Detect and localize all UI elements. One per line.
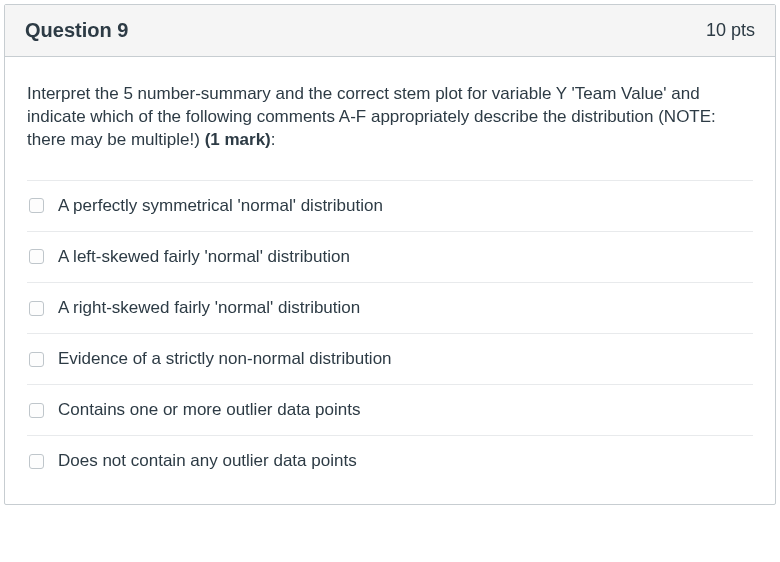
question-body: Interpret the 5 number-summary and the c… bbox=[5, 57, 775, 504]
question-title: Question 9 bbox=[25, 19, 128, 42]
option-row: Does not contain any outlier data points bbox=[27, 435, 753, 486]
question-header: Question 9 10 pts bbox=[5, 5, 775, 57]
question-card: Question 9 10 pts Interpret the 5 number… bbox=[4, 4, 776, 505]
option-row: A perfectly symmetrical 'normal' distrib… bbox=[27, 180, 753, 231]
option-checkbox-a[interactable] bbox=[29, 198, 44, 213]
option-row: Contains one or more outlier data points bbox=[27, 384, 753, 435]
question-points: 10 pts bbox=[706, 20, 755, 41]
option-row: Evidence of a strictly non-normal distri… bbox=[27, 333, 753, 384]
option-row: A right-skewed fairly 'normal' distribut… bbox=[27, 282, 753, 333]
option-label: Does not contain any outlier data points bbox=[58, 450, 357, 472]
option-checkbox-c[interactable] bbox=[29, 301, 44, 316]
option-checkbox-f[interactable] bbox=[29, 454, 44, 469]
option-checkbox-d[interactable] bbox=[29, 352, 44, 367]
prompt-bold: (1 mark) bbox=[205, 130, 271, 149]
prompt-text-before: Interpret the 5 number-summary and the c… bbox=[27, 84, 716, 149]
option-label: A right-skewed fairly 'normal' distribut… bbox=[58, 297, 360, 319]
option-row: A left-skewed fairly 'normal' distributi… bbox=[27, 231, 753, 282]
option-checkbox-e[interactable] bbox=[29, 403, 44, 418]
option-checkbox-b[interactable] bbox=[29, 249, 44, 264]
prompt-text-after: : bbox=[271, 130, 276, 149]
options-list: A perfectly symmetrical 'normal' distrib… bbox=[27, 180, 753, 487]
option-label: Evidence of a strictly non-normal distri… bbox=[58, 348, 392, 370]
option-label: A left-skewed fairly 'normal' distributi… bbox=[58, 246, 350, 268]
question-prompt: Interpret the 5 number-summary and the c… bbox=[27, 83, 753, 152]
option-label: Contains one or more outlier data points bbox=[58, 399, 360, 421]
option-label: A perfectly symmetrical 'normal' distrib… bbox=[58, 195, 383, 217]
